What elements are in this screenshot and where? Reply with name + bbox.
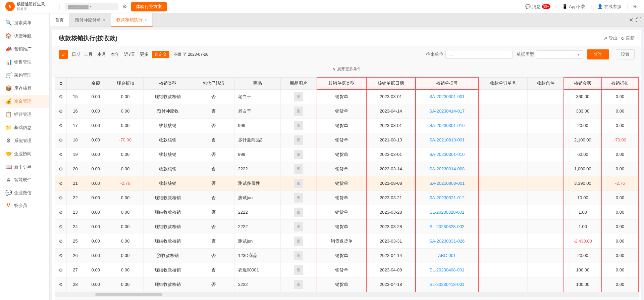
row-write-off-number[interactable]: SA-20230414-017 (416, 104, 479, 118)
logo-area: 6 畅捷通谱好生意 标准版 (5, 2, 55, 11)
sidebar-item-search[interactable]: 🔍 搜索菜单 (0, 16, 49, 29)
row-settings-btn[interactable]: ⚙ (55, 234, 67, 248)
row-write-off-number[interactable]: SA-20230301-001 (416, 89, 479, 104)
voucher-type-label: 单据类型 (517, 51, 534, 57)
row-settings-btn[interactable]: ⚙ (55, 89, 67, 104)
row-product: 多计量商品2 (234, 133, 280, 147)
date-7days[interactable]: 近7天 (123, 51, 137, 58)
sidebar-item-member[interactable]: V 畅会员 (0, 199, 49, 212)
date-more[interactable]: 更多 (139, 51, 150, 58)
sidebar-item-wechat[interactable]: 💬 企业微信 (0, 186, 49, 199)
row-settings-btn[interactable]: ⚙ (55, 176, 67, 190)
sidebar-item-marketing[interactable]: 📣 营销推广 (0, 42, 49, 55)
sidebar-item-guide[interactable]: 📖 新手引导 (0, 160, 49, 173)
row-settings-btn[interactable]: ⚙ (55, 205, 67, 219)
row-product: 测试多属性 (234, 176, 280, 190)
message-label: 消息 (532, 4, 541, 10)
date-range-text: 不限 至 2023-07-26 (173, 52, 208, 57)
row-settings-btn[interactable]: ⚙ (55, 162, 67, 176)
row-write-off-number[interactable]: SA-20230321-012 (416, 190, 479, 205)
row-product-image: 图 (280, 147, 317, 162)
settings-button[interactable]: ⚙ (122, 3, 127, 10)
sidebar-item-finance[interactable]: 💰 资金管理 (0, 95, 49, 108)
row-receipt-order-no (478, 277, 527, 292)
date-this-year[interactable]: 本年 (109, 51, 121, 58)
row-write-off-number[interactable]: SA-20230314-008 (416, 162, 479, 176)
app-download-action[interactable]: 📱 App下载 (562, 4, 585, 10)
sidebar-item-enterprise[interactable]: 🤝 企业协同 (0, 147, 49, 160)
row-write-off-type: 预收款核销 (143, 248, 192, 263)
row-cash-discount: 0.00 (107, 205, 143, 219)
row-settings-btn[interactable]: ⚙ (55, 190, 67, 205)
row-seq: 22 (67, 190, 84, 205)
row-settings-btn[interactable]: ⚙ (55, 263, 67, 277)
operation-icon: 📋 (5, 111, 11, 118)
row-write-off-amount: 20.00 (564, 248, 602, 263)
tab-prepay-close[interactable]: × (103, 18, 105, 23)
export-button[interactable]: ↗ 导出 (604, 35, 618, 41)
row-settings-btn[interactable]: ⚙ (55, 248, 67, 263)
refresh-button[interactable]: ↻ 刷新 (621, 35, 635, 41)
row-write-off-number[interactable]: SA-20230331-026 (416, 234, 479, 248)
tab-receipt[interactable]: 收款核销执行 × (111, 13, 153, 27)
date-custom-button[interactable]: 自定义 (152, 51, 169, 58)
row-settings-btn[interactable]: ⚙ (55, 104, 67, 118)
row-write-off-number[interactable]: SL-20230408-001 (416, 263, 479, 277)
col-settings[interactable]: ⚙ (55, 77, 67, 89)
message-action[interactable]: 💬 消息 99+ (525, 4, 550, 10)
col-product: 商品 (234, 77, 280, 89)
row-write-off-number[interactable]: SA-20230301-010 (416, 118, 479, 133)
tab-expand-button[interactable]: ⛶ (636, 17, 641, 23)
row-write-off-number[interactable]: SL-20230328-001 (416, 205, 479, 219)
row-settings-btn[interactable]: ⚙ (55, 133, 67, 147)
sidebar-item-system[interactable]: ⚙ 系统管理 (0, 134, 49, 147)
horizontal-scrollbar[interactable] (55, 292, 639, 297)
row-write-off-voucher-type: 销货单 (317, 176, 366, 190)
row-settings-btn[interactable]: ⚙ (55, 118, 67, 133)
tab-receipt-close[interactable]: × (145, 17, 147, 22)
row-write-off-type: 现结收款核销 (143, 205, 192, 219)
row-balance: 0.00 (84, 190, 107, 205)
row-write-off-date: 2021-08-08 (366, 176, 416, 190)
filter-expand-button[interactable]: » (59, 50, 68, 59)
row-write-off-number[interactable]: SL-20230328-002 (416, 219, 479, 234)
row-seq: 28 (67, 277, 84, 292)
workspace-selector[interactable]: ▓▓▓▓▓▓▓ ▾ (65, 3, 118, 10)
row-settings-btn[interactable]: ⚙ (55, 277, 67, 292)
filter-settings-button[interactable]: 设置 (616, 49, 635, 59)
expand-more-conditions[interactable]: ∨ 展开更多条件 (59, 65, 635, 73)
online-service-action[interactable]: 👤 在线客服 (597, 4, 622, 10)
row-write-off-number[interactable]: ABC-001 (416, 248, 479, 263)
solution-button[interactable]: 体验行业方案 (131, 2, 167, 11)
date-this-month[interactable]: 本月 (96, 51, 107, 58)
marketing-icon: 📣 (5, 46, 11, 52)
row-settings-btn[interactable]: ⚙ (55, 147, 67, 162)
sidebar-item-smart[interactable]: 🖥 智能硬件 (0, 173, 49, 186)
query-button[interactable]: 查询 (587, 49, 609, 59)
tab-prepay[interactable]: 预付冲应付单 × (69, 13, 111, 27)
row-settings-btn[interactable]: ⚙ (55, 219, 67, 234)
sidebar-item-sales[interactable]: 📊 销售管理 (0, 55, 49, 69)
row-write-off-number[interactable]: SL-20230418-001 (416, 277, 479, 292)
scrollbar-thumb[interactable] (95, 293, 162, 296)
row-write-off-number[interactable]: SA-20230301-010 (416, 147, 479, 162)
sidebar-item-basic[interactable]: 📁 基础信息 (0, 121, 49, 134)
tab-home[interactable]: 首页 (50, 13, 69, 27)
sidebar-item-purchase[interactable]: 🛒 采购管理 (0, 69, 49, 82)
row-write-off-discount: 0.00 (602, 147, 638, 162)
sidebar-item-shortcut[interactable]: 🏠 快捷导航 (0, 29, 49, 42)
row-cash-discount: 0.00 (107, 147, 143, 162)
voucher-type-filter: 单据类型 销货单 销货退货单 (517, 50, 583, 59)
date-last-month[interactable]: 上月 (83, 51, 94, 58)
counterparty-input[interactable]: ... (445, 50, 513, 59)
row-write-off-number[interactable]: SA-20210808-001 (416, 176, 479, 190)
voucher-type-select[interactable]: 销货单 销货退货单 (536, 50, 583, 59)
row-write-off-voucher-type: 销货单 (317, 133, 366, 147)
tab-close-all-button[interactable]: ✕ (629, 17, 633, 23)
row-write-off-amount: 360.00 (564, 89, 602, 104)
row-write-off-number[interactable]: SA-20210813-001 (416, 133, 479, 147)
sidebar-label-basic: 基础信息 (14, 125, 32, 131)
sidebar-item-inventory[interactable]: 📦 库存核算 (0, 82, 49, 95)
sidebar-item-operation[interactable]: 📋 经营管理 (0, 108, 49, 121)
table-row: ⚙ 27 0.00 0.00 现结收款核销 否 衣服00001 图 销货单 20… (55, 263, 639, 277)
